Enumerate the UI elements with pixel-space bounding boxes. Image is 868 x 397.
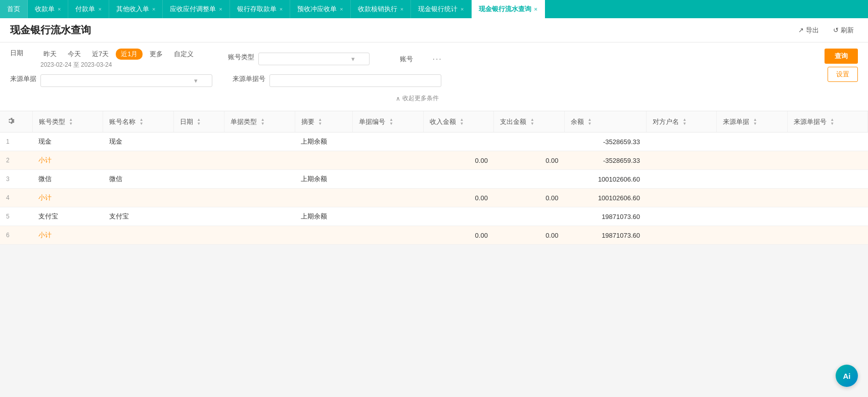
table-body: 1现金现金上期余额-3528659.332小计0.000.00-3528659.…: [0, 133, 868, 245]
cell-expense: 0.00: [494, 226, 565, 245]
th-source-doc-no-label: 来源单据号: [794, 118, 827, 125]
th-counterpart[interactable]: 对方户名 ▲▼: [646, 111, 717, 133]
source-doc-no-input[interactable]: [269, 74, 441, 87]
th-summary[interactable]: 摘要 ▲▼: [295, 111, 353, 133]
close-collection-icon[interactable]: ×: [400, 6, 403, 12]
close-adjustment-icon[interactable]: ×: [219, 6, 222, 12]
sort-date[interactable]: ▲▼: [197, 118, 201, 126]
cell-income: 0.00: [423, 189, 494, 207]
nav-home[interactable]: 首页: [0, 0, 28, 18]
cell-doc-no: [353, 133, 424, 151]
cell-source-doc: [717, 189, 788, 207]
nav-bank-stats[interactable]: 现金银行统计 ×: [411, 0, 471, 18]
close-payment-icon[interactable]: ×: [98, 6, 101, 12]
sort-doc-no[interactable]: ▲▼: [389, 118, 393, 126]
nav-collection[interactable]: 收款核销执行 ×: [351, 0, 411, 18]
date-opt-today[interactable]: 今天: [64, 49, 85, 60]
table-row[interactable]: 6小计0.000.0019871073.60: [0, 226, 868, 245]
cell-account-type: 小计: [32, 189, 103, 207]
th-counterpart-label: 对方户名: [653, 118, 679, 125]
close-receipt-icon[interactable]: ×: [58, 6, 61, 12]
date-opt-yesterday[interactable]: 昨天: [39, 49, 61, 60]
close-prepay-icon[interactable]: ×: [340, 6, 343, 12]
nav-bank-deposit[interactable]: 银行存取款单 ×: [230, 0, 290, 18]
account-dots-button[interactable]: ···: [429, 55, 445, 64]
th-source-doc[interactable]: 来源单据 ▲▼: [717, 111, 788, 133]
nav-other-income[interactable]: 其他收入单 ×: [109, 0, 163, 18]
cell-account-type: 小计: [32, 151, 103, 170]
cell-row-num: 4: [0, 189, 32, 207]
header-actions: ↗ 导出 ↺ 刷新: [794, 24, 858, 37]
sort-source-doc-no[interactable]: ▲▼: [830, 118, 834, 126]
nav-payment[interactable]: 付款单 ×: [68, 0, 109, 18]
sort-summary[interactable]: ▲▼: [318, 118, 322, 126]
table-row[interactable]: 5支付宝支付宝上期余额19871073.60: [0, 207, 868, 226]
right-actions: 查询 设置: [825, 49, 858, 82]
sort-counterpart[interactable]: ▲▼: [682, 118, 687, 126]
cell-expense: [494, 207, 565, 226]
filter-row-2: 来源单据 来源单据号: [10, 74, 825, 87]
th-account-name[interactable]: 账号名称 ▲▼: [103, 111, 174, 133]
account-type-select[interactable]: [258, 53, 370, 65]
date-opt-7days[interactable]: 近7天: [88, 49, 113, 60]
gear-icon[interactable]: [6, 116, 15, 125]
nav-adjustment[interactable]: 应收应付调整单 ×: [163, 0, 230, 18]
sort-account-type[interactable]: ▲▼: [69, 118, 73, 126]
th-date-label: 日期: [180, 118, 193, 125]
source-doc-no-filter-group: 来源单据号: [233, 74, 441, 87]
th-doc-no[interactable]: 单据编号 ▲▼: [353, 111, 424, 133]
cell-account-name: 支付宝: [103, 207, 174, 226]
cell-account-type: 现金: [32, 133, 103, 151]
close-bank-flow-icon[interactable]: ×: [534, 6, 537, 12]
cell-summary: 上期余额: [295, 170, 353, 189]
th-expense[interactable]: 支出金额 ▲▼: [494, 111, 565, 133]
top-navigation: 首页 收款单 × 付款单 × 其他收入单 × 应收应付调整单 × 银行存取款单 …: [0, 0, 868, 18]
close-bank-deposit-icon[interactable]: ×: [280, 6, 283, 12]
date-opt-1month[interactable]: 近1月: [116, 49, 143, 60]
th-balance-label: 余额: [571, 118, 584, 125]
refresh-button[interactable]: ↺ 刷新: [829, 24, 858, 37]
cell-date: [173, 207, 224, 226]
close-other-income-icon[interactable]: ×: [152, 6, 155, 12]
th-date[interactable]: 日期 ▲▼: [173, 111, 224, 133]
data-table: 账号类型 ▲▼ 账号名称 ▲▼ 日期 ▲▼ 单据类型 ▲▼ 摘要 ▲▼: [0, 111, 868, 245]
table-row[interactable]: 3微信微信上期余额100102606.60: [0, 170, 868, 189]
th-source-doc-no[interactable]: 来源单据号 ▲▼: [787, 111, 867, 133]
sort-income[interactable]: ▲▼: [460, 118, 464, 126]
th-account-type[interactable]: 账号类型 ▲▼: [32, 111, 103, 133]
cell-counterpart: [646, 133, 717, 151]
th-account-type-label: 账号类型: [39, 118, 65, 125]
settings-button[interactable]: 设置: [828, 67, 858, 82]
query-button[interactable]: 查询: [825, 49, 858, 64]
sort-expense[interactable]: ▲▼: [530, 118, 534, 126]
nav-receipt[interactable]: 收款单 ×: [28, 0, 68, 18]
cell-date: [173, 170, 224, 189]
sort-balance[interactable]: ▲▼: [588, 118, 592, 126]
cell-account-type: 小计: [32, 226, 103, 245]
cell-counterpart: [646, 207, 717, 226]
th-balance[interactable]: 余额 ▲▼: [564, 111, 646, 133]
date-opt-more[interactable]: 更多: [146, 49, 167, 60]
table-row[interactable]: 2小计0.000.00-3528659.33: [0, 151, 868, 170]
cell-expense: [494, 170, 565, 189]
close-bank-stats-icon[interactable]: ×: [461, 6, 464, 12]
sort-doc-type[interactable]: ▲▼: [261, 118, 265, 126]
cell-counterpart: [646, 226, 717, 245]
sort-account-name[interactable]: ▲▼: [140, 118, 144, 126]
cell-balance: 100102606.60: [564, 189, 646, 207]
export-button[interactable]: ↗ 导出: [794, 24, 823, 37]
cell-row-num: 5: [0, 207, 32, 226]
collapse-bar[interactable]: ∧ 收起更多条件: [10, 92, 825, 105]
sort-source-doc[interactable]: ▲▼: [753, 118, 757, 126]
th-doc-type[interactable]: 单据类型 ▲▼: [224, 111, 295, 133]
cell-source-doc: [717, 207, 788, 226]
table-row[interactable]: 1现金现金上期余额-3528659.33: [0, 133, 868, 151]
nav-prepay[interactable]: 预收冲应收单 ×: [290, 0, 350, 18]
source-doc-select[interactable]: [40, 74, 212, 87]
table-row[interactable]: 4小计0.000.00100102606.60: [0, 189, 868, 207]
source-doc-label: 来源单据: [10, 74, 36, 83]
nav-bank-flow[interactable]: 现金银行流水查询 ×: [472, 0, 545, 18]
date-opt-custom[interactable]: 自定义: [170, 49, 198, 60]
cell-row-num: 6: [0, 226, 32, 245]
th-income[interactable]: 收入金额 ▲▼: [423, 111, 494, 133]
